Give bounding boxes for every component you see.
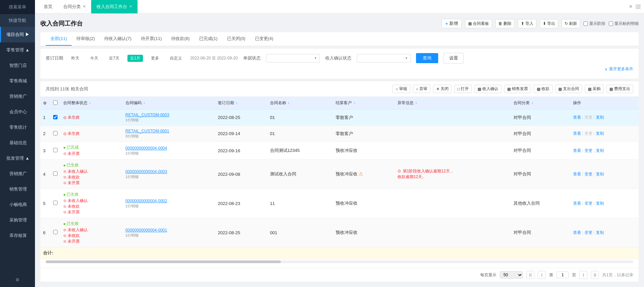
view-link[interactable]: 查看 [573,148,581,153]
doc-status-select[interactable] [266,54,320,63]
sidebar-search[interactable]: 搜索菜单 [0,0,35,14]
contract-code-link[interactable]: 00000000000004-0003 [125,169,167,174]
import-button[interactable]: ⬆ 导入 [518,19,536,28]
close-window-icon[interactable]: ✕ [629,4,633,9]
row-checkbox-cell[interactable] [50,126,61,142]
row-checkbox[interactable] [53,148,58,152]
export-button[interactable]: ⬇ 导出 [540,19,558,28]
copy-link[interactable]: 复制 [596,148,604,153]
contract-code-link[interactable]: RETAIL_CUSTOM-0003 [125,113,169,117]
maximize-icon[interactable]: ⬜ [635,4,641,9]
col-name[interactable]: 合同名称 ↕ [267,97,333,110]
sidebar-item-marketing2[interactable]: 营销推广 [0,166,35,181]
change-link[interactable]: 变更 [584,131,593,136]
col-checkbox[interactable] [50,97,61,110]
status-tab-completed[interactable]: 已完成(1) [194,32,222,46]
page-size-select[interactable]: 50 10 20 100 [500,271,523,279]
row-checkbox-cell[interactable] [50,142,61,160]
horizontal-scrollbar[interactable] [46,260,633,263]
row-checkbox-cell[interactable] [50,160,61,189]
sidebar-item-ecommerce[interactable]: 小畅电商 [0,197,35,212]
status-tab-pending-invoice[interactable]: 待开票(11) [136,32,166,46]
status-tab-pending-payment[interactable]: 待收款(8) [166,32,194,46]
view-link[interactable]: 查看 [573,172,581,176]
sidebar-settings[interactable]: ⚙ [0,273,35,287]
col-code[interactable]: 合同编码 ↕ [123,97,215,110]
col-customer[interactable]: 结算客户 ↕ [333,97,394,110]
col-category[interactable]: 合同分类 ↕ [511,97,570,110]
sales-invoice-button[interactable]: ▦ 销售发票 [504,85,531,93]
view-link[interactable]: 查看 [573,201,581,206]
show-marked-checkbox[interactable]: 显示标的明细 [609,21,639,27]
change-link[interactable]: 变更 [584,148,593,153]
income-confirm-select[interactable] [357,54,411,63]
sidebar-item-smart-store[interactable]: 智慧门店 [0,58,35,73]
sidebar-item-project[interactable]: 项目合同 ▶ [0,27,35,42]
sidebar-item-retail-mgmt[interactable]: 零售管理 ▲ [0,42,35,58]
date-btn-1month[interactable]: 近1月 [127,55,143,62]
date-btn-today[interactable]: 今天 [87,55,101,62]
sidebar-item-wholesale-mgmt[interactable]: 批发管理 ▲ [0,151,35,166]
tab-home[interactable]: 首页 [38,0,58,13]
tab-income-contract-close[interactable]: ✕ [129,4,132,9]
date-btn-yesterday[interactable]: 昨天 [69,55,82,62]
date-btn-custom[interactable]: 自定义 [167,55,185,62]
copy-link[interactable]: 复制 [596,115,604,120]
contract-code-link[interactable]: RETAIL_CUSTOM-0001 [125,129,169,133]
change-link[interactable]: 变更 [584,230,593,235]
status-tab-pending-confirm[interactable]: 待收入确认(7) [100,32,136,46]
sidebar-item-inventory[interactable]: 库存核算 [0,228,35,243]
scrollbar-thumb[interactable] [46,260,281,263]
status-tab-changed[interactable]: 已变更(4) [250,32,278,46]
row-checkbox[interactable] [53,171,58,176]
sidebar-item-retail-mall[interactable]: 零售商城 [0,73,35,89]
col-sign-date[interactable]: 签订日期 ↕ [215,97,267,110]
contract-code-link[interactable]: 00000000000004-0004 [125,146,167,151]
row-checkbox-cell[interactable] [50,218,61,247]
show-marked-input[interactable] [609,22,613,26]
copy-link[interactable]: 复制 [596,172,604,176]
expand-filter-button[interactable]: ∨ 展开更多条件 [605,66,633,72]
sidebar-nav[interactable]: 快捷导航 [0,14,35,27]
sidebar-item-purchase[interactable]: 采购管理 [0,212,35,228]
change-link[interactable]: 变更 [584,172,593,176]
row-checkbox[interactable] [53,201,58,205]
delete-button[interactable]: 🗑 删除 [495,19,515,28]
view-link[interactable]: 查看 [573,230,581,235]
row-checkbox[interactable] [53,131,58,135]
purchase-button[interactable]: ▦ 采购 [585,85,604,93]
add-button[interactable]: + 新增 [442,19,462,28]
sidebar-item-member[interactable]: 会员中心 [0,104,35,120]
col-settings[interactable]: ⚙ [40,97,50,110]
view-link[interactable]: 查看 [573,115,581,120]
payment-button[interactable]: ▦ 收款 [534,85,553,93]
refresh-button[interactable]: ↻ 刷新 [562,19,580,28]
show-stage-checkbox[interactable]: 显示阶段 [583,21,605,27]
abandon-review-button[interactable]: ○ 弃审 [413,85,430,93]
contract-code-link[interactable]: 00000000000004-0002 [125,199,167,203]
col-error[interactable]: 异常信息 ↕ [395,97,511,110]
next-page-button[interactable]: ⟩ [579,271,588,279]
last-page-button[interactable]: ⟩⟩ [591,271,599,279]
copy-link[interactable]: 复制 [596,230,604,235]
open-button[interactable]: □ 打开 [454,85,472,93]
first-page-button[interactable]: ⟨⟨ [526,271,534,279]
col-status[interactable]: 合同整体状态 ↕ [61,97,123,110]
status-tab-pending-review[interactable]: 待审核(2) [72,32,100,46]
row-checkbox-cell[interactable] [50,110,61,126]
tab-income-contract[interactable]: 收入合同工作台 ✕ [91,0,138,13]
tab-contract-category-close[interactable]: ✕ [83,4,86,9]
date-btn-7days[interactable]: 近7天 [106,55,122,62]
contract-board-button[interactable]: ▦ 合同看板 [465,19,492,28]
status-tab-all[interactable]: 全部(11) [46,32,72,46]
row-checkbox[interactable] [53,230,58,234]
table-scroll-area[interactable]: ⚙ 合同整体状态 ↕ 合同编码 ↕ 签订日期 ↕ 合同名称 ↕ 结算客户 ↕ 异… [40,97,639,268]
sidebar-item-marketing[interactable]: 营销推广 [0,89,35,104]
row-checkbox-cell[interactable] [50,189,61,218]
query-button[interactable]: 查询 [416,53,438,63]
page-input[interactable] [557,272,569,278]
contract-code-link[interactable]: 00000000000004-0001 [125,228,167,233]
setting-button[interactable]: 设置 [444,53,464,64]
sidebar-item-sales-mgmt[interactable]: 销售管理 [0,181,35,197]
date-btn-more[interactable]: 更多 [148,55,162,62]
